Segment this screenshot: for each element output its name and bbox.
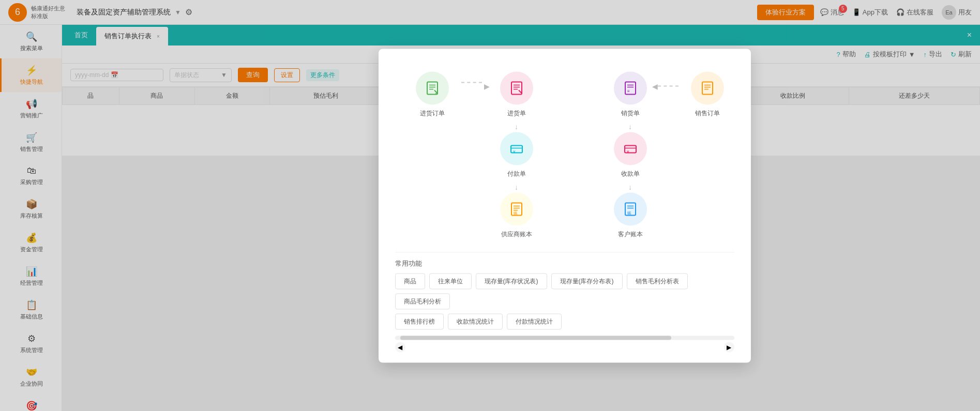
flow-node-supplier-ledger[interactable]: 账 供应商账本 xyxy=(500,192,533,238)
btn-receipt-stats[interactable]: 收款情况统计 xyxy=(448,313,503,329)
sales-bill-icon: ≡ xyxy=(614,71,647,104)
btn-counterpart[interactable]: 往来单位 xyxy=(429,273,472,289)
modal-scrollbar-thumb xyxy=(400,336,672,340)
customer-ledger-icon: 账 xyxy=(614,192,647,225)
customer-ledger-label: 客户账本 xyxy=(618,230,643,238)
common-functions-title: 常用功能 xyxy=(395,258,734,268)
payment-bill-label: 付款单 xyxy=(507,169,526,178)
purchase-order-label: 进货订单 xyxy=(420,109,445,117)
supplier-ledger-icon: 账 xyxy=(500,192,533,225)
svg-text:¥: ¥ xyxy=(626,149,629,154)
receipt-bill-label: 收款单 xyxy=(621,169,640,178)
flow-node-sales-order[interactable]: 销售订单 xyxy=(691,71,724,117)
modal-scrollbar[interactable] xyxy=(395,336,734,340)
svg-text:账: 账 xyxy=(514,210,518,215)
modal-scroll-right[interactable]: ▶ xyxy=(724,342,734,352)
arrow-purchase-order-to-bill xyxy=(461,82,482,83)
flow-node-purchase-bill[interactable]: 进货单 xyxy=(500,71,533,117)
sales-order-icon xyxy=(691,71,724,104)
btn-sales-gross[interactable]: 销售毛利分析表 xyxy=(627,273,688,289)
sales-bill-label: 销货单 xyxy=(621,109,640,117)
purchase-bill-icon xyxy=(500,71,533,104)
flow-node-receipt-bill[interactable]: ¥ 收款单 xyxy=(614,132,647,178)
btn-payment-stats[interactable]: 付款情况统计 xyxy=(507,313,562,329)
common-functions-section: 常用功能 商品 往来单位 现存量(库存状况表) 现存量(库存分布表) 销售毛利分… xyxy=(395,252,734,329)
purchase-bill-label: 进货单 xyxy=(507,109,526,117)
svg-text:¥: ¥ xyxy=(512,149,516,154)
flow-guide-modal: 进货订单 ▶ 进货单 ↓ xyxy=(379,49,751,362)
receipt-bill-icon: ¥ xyxy=(614,132,647,165)
flow-node-customer-ledger[interactable]: 账 客户账本 xyxy=(614,192,647,238)
modal-nav: ◀ ▶ xyxy=(395,342,734,352)
common-buttons-row1: 商品 往来单位 现存量(库存状况表) 现存量(库存分布表) 销售毛利分析表 商品… xyxy=(395,273,734,309)
common-buttons-row2: 销售排行榜 收款情况统计 付款情况统计 xyxy=(395,313,734,329)
flow-node-purchase-order[interactable]: 进货订单 xyxy=(416,71,449,117)
flow-node-payment-bill[interactable]: ¥ 付款单 xyxy=(500,132,533,178)
payment-bill-icon: ¥ xyxy=(500,132,533,165)
supplier-ledger-label: 供应商账本 xyxy=(501,230,532,238)
purchase-order-icon xyxy=(416,71,449,104)
sales-order-label: 销售订单 xyxy=(695,109,720,117)
flow-node-sales-bill[interactable]: ≡ 销货单 xyxy=(614,71,647,117)
svg-rect-27 xyxy=(702,82,713,94)
svg-text:账: 账 xyxy=(627,210,631,215)
btn-product-gross[interactable]: 商品毛利分析 xyxy=(395,293,450,309)
svg-rect-16 xyxy=(625,82,636,94)
svg-text:≡: ≡ xyxy=(627,88,630,93)
btn-stock-status[interactable]: 现存量(库存状况表) xyxy=(476,273,547,289)
modal-scroll-left[interactable]: ◀ xyxy=(395,342,405,352)
btn-product[interactable]: 商品 xyxy=(395,273,425,289)
btn-stock-dist[interactable]: 现存量(库存分布表) xyxy=(551,273,623,289)
btn-sales-ranking[interactable]: 销售排行榜 xyxy=(395,313,444,329)
